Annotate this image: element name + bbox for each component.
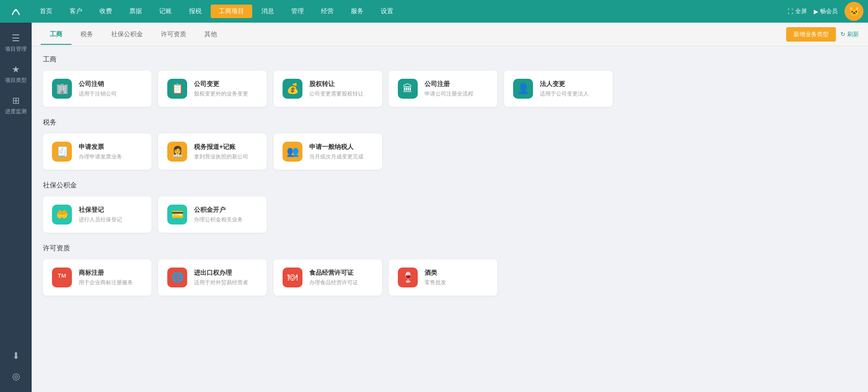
card-title: 税务报道+记账 (194, 143, 248, 151)
sidebar-item-progress-monitor-label: 进度监测 (5, 108, 27, 115)
card-content-商标注册: 商标注册用于企业商标注册服务 (79, 269, 133, 287)
service-card-公积金开户[interactable]: 💳公积金开户办理公积金相关业务 (158, 196, 267, 233)
service-card-法人变更[interactable]: 👤法人变更适用于公司变更法人 (504, 71, 613, 107)
tab-other[interactable]: 其他 (195, 24, 226, 45)
card-title: 法人变更 (540, 80, 589, 88)
card-icon-社保登记: 🤲 (52, 205, 72, 225)
card-grid-社保公积金: 🤲社保登记进行人员社保登记💳公积金开户办理公积金相关业务 (43, 196, 857, 233)
refresh-button[interactable]: ↻ 刷新 (840, 30, 859, 38)
mascot-avatar: 🐱 (844, 2, 863, 21)
card-desc: 适用于注销公司 (79, 90, 117, 98)
card-icon-申请发票: 🧾 (52, 142, 72, 162)
service-card-商标注册[interactable]: ™商标注册用于企业商标注册服务 (43, 259, 151, 296)
card-title: 酒类 (425, 269, 446, 277)
service-card-股权转让[interactable]: 💰股权转让公司变更需要股权转让 (274, 71, 382, 107)
card-content-社保登记: 社保登记进行人员社保登记 (79, 206, 122, 224)
card-icon-税务报道+记账: 👩‍💼 (167, 142, 187, 162)
location-icon[interactable]: ◎ (9, 367, 24, 385)
service-card-申请一般纳税人[interactable]: 👥申请一般纳税人当月或次月成变更完成 (274, 134, 382, 170)
nav-item-消息[interactable]: 消息 (253, 5, 282, 18)
card-icon-公积金开户: 💳 (167, 205, 187, 225)
card-content-公积金开户: 公积金开户办理公积金相关业务 (194, 206, 243, 224)
fullscreen-btn[interactable]: ⛶ 全屏 (788, 7, 807, 15)
card-icon-食品经营许可证: 🍽 (283, 268, 302, 287)
nav-item-首页[interactable]: 首页 (32, 5, 61, 18)
card-title: 公积金开户 (194, 206, 243, 214)
nav-item-收费[interactable]: 收费 (91, 5, 120, 18)
card-content-申请一般纳税人: 申请一般纳税人当月或次月成变更完成 (309, 143, 363, 161)
card-desc: 办理公积金相关业务 (194, 216, 243, 224)
card-desc: 当月或次月成变更完成 (309, 153, 363, 161)
card-title: 申请发票 (79, 143, 122, 151)
service-card-进出口权办理[interactable]: 🌐进出口权办理适用于对外贸易经营者 (158, 259, 267, 296)
service-card-公司注销[interactable]: 🏢公司注销适用于注销公司 (43, 71, 151, 107)
card-content-公司变更: 公司变更股权变更外的业务变更 (194, 80, 248, 98)
service-card-酒类[interactable]: 🍷酒类零售批发 (389, 259, 497, 296)
nav-item-管理[interactable]: 管理 (283, 5, 312, 18)
card-content-进出口权办理: 进出口权办理适用于对外贸易经营者 (194, 269, 248, 287)
tab-shuiwu[interactable]: 税务 (71, 24, 102, 45)
service-card-公司注册[interactable]: 🏛公司注册申请公司注册全流程 (389, 71, 497, 107)
nav-item-记账[interactable]: 记账 (151, 5, 180, 18)
tab-bar: 工商 税务 社保公积金 许可资质 其他 新增业务类型 ↻ 刷新 (32, 23, 868, 46)
section-title: 社保公积金 (43, 181, 857, 190)
refresh-label: 刷新 (847, 30, 859, 38)
card-desc: 办理食品经营许可证 (309, 279, 358, 287)
fullscreen-label: 全屏 (795, 7, 807, 15)
nav-item-服务[interactable]: 服务 (343, 5, 372, 18)
card-icon-法人变更: 👤 (513, 79, 533, 99)
card-title: 进出口权办理 (194, 269, 248, 277)
section-title: 工商 (43, 55, 857, 64)
card-content-酒类: 酒类零售批发 (425, 269, 446, 287)
card-desc: 用于企业商标注册服务 (79, 279, 133, 287)
sidebar-item-project-management[interactable]: ☰ 项目管理 (0, 27, 32, 58)
nav-item-票据[interactable]: 票据 (121, 5, 150, 18)
fullscreen-icon: ⛶ (788, 8, 793, 15)
refresh-icon: ↻ (840, 31, 845, 38)
main-layout: ☰ 项目管理 ★ 项目类型 ⊞ 进度监测 ⬇ ◎ 工商 税务 社保公积金 许可资… (0, 23, 868, 392)
tab-actions: 新增业务类型 ↻ 刷新 (786, 27, 859, 42)
download-icon[interactable]: ⬇ (9, 347, 24, 365)
nav-item-报税[interactable]: 报税 (181, 5, 210, 18)
sidebar-item-progress-monitor[interactable]: ⊞ 进度监测 (0, 90, 32, 121)
play-icon: ▶ (814, 8, 818, 15)
card-title: 公司注销 (79, 80, 117, 88)
tab-xuke[interactable]: 许可资质 (152, 24, 195, 45)
card-icon-公司注册: 🏛 (398, 79, 418, 99)
sidebar-item-project-type[interactable]: ★ 项目类型 (0, 58, 32, 90)
nav-item-工商项目[interactable]: 工商项目 (211, 5, 252, 18)
project-type-icon: ★ (12, 64, 20, 75)
card-content-申请发票: 申请发票办理申请发票业务 (79, 143, 122, 161)
new-type-button[interactable]: 新增业务类型 (786, 27, 836, 42)
service-card-食品经营许可证[interactable]: 🍽食品经营许可证办理食品经营许可证 (274, 259, 382, 296)
nav-item-经营[interactable]: 经营 (313, 5, 342, 18)
card-title: 商标注册 (79, 269, 133, 277)
member-btn[interactable]: ▶ 畅会员 (814, 7, 838, 15)
card-title: 公司注册 (425, 80, 473, 88)
card-desc: 股权变更外的业务变更 (194, 90, 248, 98)
sidebar-bottom: ⬇ ◎ (9, 347, 24, 392)
section-许可资质: 许可资质™商标注册用于企业商标注册服务🌐进出口权办理适用于对外贸易经营者🍽食品经… (43, 244, 857, 296)
card-desc: 办理申请发票业务 (79, 153, 122, 161)
card-icon-商标注册: ™ (52, 268, 72, 287)
tab-shebao[interactable]: 社保公积金 (102, 24, 152, 45)
section-title: 许可资质 (43, 244, 857, 253)
section-社保公积金: 社保公积金🤲社保登记进行人员社保登记💳公积金开户办理公积金相关业务 (43, 181, 857, 233)
card-content-税务报道+记账: 税务报道+记账拿到营业执照的新公司 (194, 143, 248, 161)
section-工商: 工商🏢公司注销适用于注销公司📋公司变更股权变更外的业务变更💰股权转让公司变更需要… (43, 55, 857, 107)
nav-item-客户[interactable]: 客户 (61, 5, 90, 18)
card-content-食品经营许可证: 食品经营许可证办理食品经营许可证 (309, 269, 358, 287)
section-税务: 税务🧾申请发票办理申请发票业务👩‍💼税务报道+记账拿到营业执照的新公司👥申请一般… (43, 118, 857, 170)
card-desc: 申请公司注册全流程 (425, 90, 473, 98)
nav-item-设置[interactable]: 设置 (373, 5, 401, 18)
service-card-公司变更[interactable]: 📋公司变更股权变更外的业务变更 (158, 71, 267, 107)
service-card-申请发票[interactable]: 🧾申请发票办理申请发票业务 (43, 134, 151, 170)
tab-gongshang[interactable]: 工商 (41, 24, 71, 45)
card-title: 申请一般纳税人 (309, 143, 363, 151)
card-desc: 零售批发 (425, 279, 446, 287)
project-management-icon: ☰ (12, 33, 20, 43)
card-content-股权转让: 股权转让公司变更需要股权转让 (309, 80, 363, 98)
card-content-法人变更: 法人变更适用于公司变更法人 (540, 80, 589, 98)
service-card-税务报道+记账[interactable]: 👩‍💼税务报道+记账拿到营业执照的新公司 (158, 134, 267, 170)
service-card-社保登记[interactable]: 🤲社保登记进行人员社保登记 (43, 196, 151, 233)
